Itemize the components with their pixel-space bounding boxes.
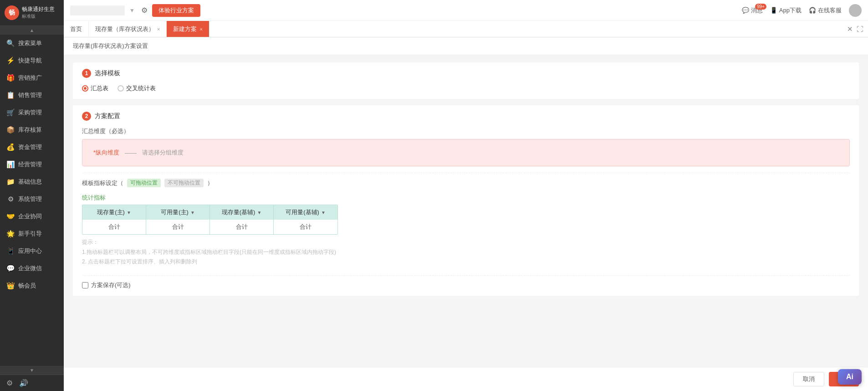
- body-cell-0-1: 合计: [146, 220, 210, 234]
- action-bar: 取消 查询: [64, 367, 868, 391]
- sidebar-item-label: 销售管理: [18, 91, 42, 99]
- radio-cross-label: 交叉统计表: [126, 84, 156, 93]
- page-title: 现存量(库存状况表)方案设置: [73, 42, 148, 49]
- header-cell-1[interactable]: 可用量(主) ▼: [146, 205, 210, 220]
- app-download-button[interactable]: 📱 App下载: [770, 6, 802, 15]
- body-cell-0-0: 合计: [82, 220, 146, 234]
- expand-icon[interactable]: ⛶: [857, 25, 863, 33]
- dim-placeholder: 请选择分组维度: [142, 149, 184, 157]
- sales-icon: 📋: [6, 91, 15, 99]
- header-label-3: 可用量(基辅): [286, 208, 319, 216]
- indicator-suffix: ）: [207, 179, 213, 187]
- msg-button[interactable]: 💬 消息 99+: [742, 6, 763, 15]
- sidebar-item-label: 搜索菜单: [18, 39, 42, 47]
- header-dropdown-1[interactable]: ▼: [190, 210, 195, 215]
- ai-button[interactable]: Ai: [838, 369, 862, 385]
- volume-icon[interactable]: 🔊: [19, 379, 28, 387]
- dim-arrow: ——: [125, 149, 137, 156]
- header-cell-3[interactable]: 可用量(基辅) ▼: [274, 205, 337, 220]
- sidebar-scroll-up[interactable]: ▲: [0, 26, 64, 35]
- step2-title: 方案配置: [95, 112, 120, 120]
- sidebar-item-marketing[interactable]: 🎁 营销推广: [0, 69, 64, 87]
- tab-new-scheme[interactable]: 新建方案 ×: [167, 21, 209, 37]
- app-edition: 标准版: [22, 13, 55, 20]
- newbie-icon: 🌟: [6, 230, 15, 238]
- sidebar-item-enterprise[interactable]: 🤝 企业协同: [0, 208, 64, 225]
- header-dropdown-0[interactable]: ▼: [127, 210, 131, 215]
- gear-icon[interactable]: ⚙: [141, 6, 148, 15]
- sidebar-item-label: 新手引导: [18, 230, 42, 238]
- radio-cross-circle: [117, 85, 124, 92]
- members-icon: 👑: [6, 282, 15, 290]
- save-checkbox[interactable]: [82, 282, 88, 288]
- service-label: 在线客服: [818, 6, 842, 15]
- form-area: 1 选择模板 汇总表 交叉统计表 2: [64, 55, 868, 309]
- close-panel-icon[interactable]: ✕: [847, 25, 853, 33]
- radio-cross[interactable]: 交叉统计表: [117, 84, 156, 93]
- settings-icon[interactable]: ⚙: [6, 379, 13, 387]
- sidebar-item-operations[interactable]: 📊 经营管理: [0, 156, 64, 173]
- sidebar: 畅 畅康通好生意 标准版 ▲ 🔍 搜索菜单 ⚡ 快捷导航 🎁 营销推广 📋 销售…: [0, 0, 64, 391]
- marketing-icon: 🎁: [6, 74, 15, 82]
- dimension-area[interactable]: *纵向维度 —— 请选择分组维度: [82, 139, 850, 166]
- sidebar-item-quick-nav[interactable]: ⚡ 快捷导航: [0, 52, 64, 69]
- indicator-settings-label: 模板指标设定（ 可拖动位置 不可拖动位置 ）: [82, 179, 850, 187]
- step1-block: 1 选择模板 汇总表 交叉统计表: [73, 62, 859, 99]
- sidebar-item-sales[interactable]: 📋 销售管理: [0, 87, 64, 104]
- divider2: [82, 275, 850, 276]
- tips-area: 提示： 1.拖动标题栏可以调整布局，不可跨维度或指标区域拖动栏目字段(只能在同一…: [82, 235, 850, 270]
- sidebar-item-finance[interactable]: 💰 资金管理: [0, 139, 64, 156]
- step1-title: 选择模板: [95, 69, 120, 77]
- cancel-button[interactable]: 取消: [793, 372, 824, 386]
- avatar: [849, 4, 862, 17]
- operations-icon: 📊: [6, 160, 15, 169]
- sidebar-item-label: 应用中心: [18, 247, 42, 255]
- sidebar-item-inventory[interactable]: 📦 库存核算: [0, 121, 64, 139]
- search-input[interactable]: [70, 5, 125, 15]
- sidebar-item-purchase[interactable]: 🛒 采购管理: [0, 104, 64, 121]
- sidebar-nav: 🔍 搜索菜单 ⚡ 快捷导航 🎁 营销推广 📋 销售管理 🛒 采购管理 📦 库存核…: [0, 35, 64, 366]
- tab-inventory[interactable]: 现存量（库存状况表） ×: [89, 21, 167, 37]
- quick-nav-icon: ⚡: [6, 57, 15, 65]
- header-dropdown-2[interactable]: ▼: [257, 210, 261, 215]
- header-label-1: 可用量(主): [161, 208, 189, 216]
- body-cell-0-2: 合计: [210, 220, 274, 234]
- topbar: ▼ ⚙ 体验行业方案 💬 消息 99+ 📱 App下载 🎧 在线客服: [64, 0, 868, 21]
- sidebar-item-system[interactable]: ⚙ 系统管理: [0, 190, 64, 208]
- sidebar-item-members[interactable]: 👑 畅会员: [0, 277, 64, 294]
- online-service-button[interactable]: 🎧 在线客服: [809, 6, 842, 15]
- purchase-icon: 🛒: [6, 108, 15, 117]
- search-dropdown-icon[interactable]: ▼: [129, 7, 135, 14]
- indicator-settings: 模板指标设定（ 可拖动位置 不可拖动位置 ）: [82, 179, 850, 187]
- step1-number: 1: [82, 69, 91, 78]
- experience-button[interactable]: 体验行业方案: [152, 4, 200, 17]
- sidebar-scroll-down[interactable]: ▼: [0, 366, 64, 375]
- sidebar-logo: 畅 畅康通好生意 标准版: [0, 0, 64, 26]
- tab-new-scheme-close[interactable]: ×: [199, 26, 202, 32]
- sidebar-item-apps[interactable]: 📱 应用中心: [0, 242, 64, 260]
- tab-home[interactable]: 首页: [64, 21, 89, 37]
- user-avatar[interactable]: [849, 4, 862, 17]
- sidebar-item-basic[interactable]: 📁 基础信息: [0, 173, 64, 190]
- header-dropdown-3[interactable]: ▼: [321, 210, 326, 215]
- sidebar-item-label: 快捷导航: [18, 57, 42, 65]
- header-label-2: 现存量(基辅): [222, 208, 255, 216]
- stats-table: 现存量(主) ▼ 可用量(主) ▼ 现存量(基辅) ▼ 可用量(基辅): [82, 205, 338, 235]
- sidebar-item-label: 经营管理: [18, 160, 42, 169]
- header-cell-0[interactable]: 现存量(主) ▼: [82, 205, 146, 220]
- search-icon: 🔍: [6, 39, 15, 47]
- app-logo-icon: 畅: [5, 5, 19, 20]
- header-cell-2[interactable]: 现存量(基辅) ▼: [210, 205, 274, 220]
- enterprise-icon: 🤝: [6, 212, 15, 221]
- step2-number: 2: [82, 112, 91, 121]
- dimension-label: 汇总维度（必选）: [82, 127, 850, 135]
- radio-summary[interactable]: 汇总表: [82, 84, 108, 93]
- sidebar-item-search[interactable]: 🔍 搜索菜单: [0, 35, 64, 52]
- sidebar-item-wechat[interactable]: 💬 企业微信: [0, 260, 64, 277]
- tab-inventory-close[interactable]: ×: [157, 26, 160, 32]
- page-header: 现存量(库存状况表)方案设置: [64, 37, 868, 55]
- tab-inventory-label: 现存量（库存状况表）: [95, 25, 154, 33]
- step2-header: 2 方案配置: [82, 112, 850, 121]
- content-area: 现存量(库存状况表)方案设置 1 选择模板 汇总表 交叉统计表: [64, 37, 868, 367]
- sidebar-item-newbie[interactable]: 🌟 新手引导: [0, 225, 64, 242]
